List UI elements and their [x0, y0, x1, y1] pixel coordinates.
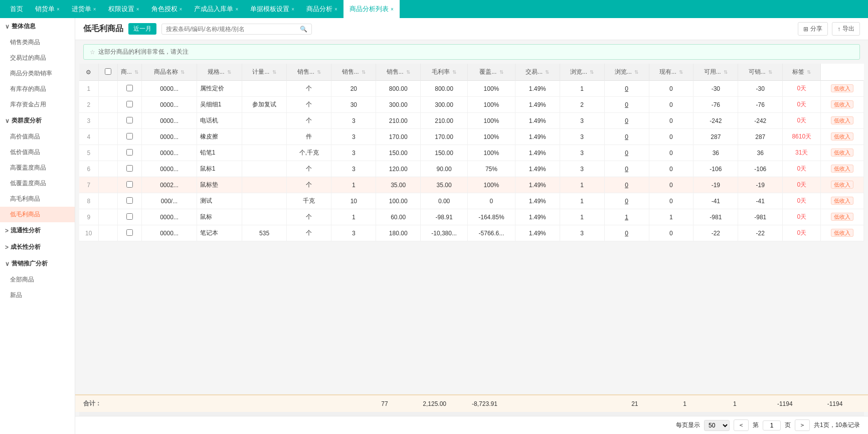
sidebar-group-marketing[interactable]: ∨ 营销推广分析	[0, 255, 75, 272]
nav-role-auth[interactable]: 角色授权 ×	[145, 0, 189, 18]
sidebar-item-low-value[interactable]: 低价值商品	[0, 144, 75, 160]
cell-transaction: 3	[560, 113, 604, 129]
cell-coverage: 1.49%	[515, 113, 560, 129]
cell-transaction: 1	[560, 177, 604, 193]
cell-sales-amount: 35.00	[421, 177, 468, 193]
row-checkbox[interactable]	[126, 181, 133, 188]
horizontal-scrollbar[interactable]	[79, 412, 864, 416]
cell-saleable: 31天	[783, 145, 821, 161]
column-view1[interactable]: 浏览... ⇅	[560, 64, 604, 81]
nav-product-analysis[interactable]: 商品分析 ×	[300, 0, 343, 18]
sidebar-item-inventory-capital[interactable]: 库存资金占用	[0, 97, 75, 112]
close-icon[interactable]: ×	[235, 7, 238, 12]
cell-unit: 个	[287, 225, 331, 241]
row-checkbox[interactable]	[126, 213, 133, 220]
sidebar-item-low-coverage[interactable]: 低覆盖度商品	[0, 176, 75, 191]
close-icon[interactable]: ×	[334, 7, 337, 12]
sidebar-item-low-margin[interactable]: 低毛利商品	[0, 207, 75, 222]
column-coverage[interactable]: 覆盖... ⇅	[468, 64, 515, 81]
sidebar-item-all-products[interactable]: 全部商品	[0, 272, 75, 287]
cell-gross-margin: 100%	[468, 145, 515, 161]
chevron-right-icon: >	[5, 244, 9, 251]
column-available[interactable]: 可用... ⇅	[693, 64, 738, 81]
per-page-select[interactable]: 50 100 200	[704, 420, 730, 431]
page-number-input[interactable]	[763, 420, 781, 430]
cell-view1[interactable]: 1	[604, 209, 649, 225]
column-sales-amount[interactable]: 销售... ⇅	[376, 64, 421, 81]
sidebar: ∨ 整体信息 销售类商品 交易过的商品 商品分类助销率 有库存的商品 库存资金占…	[0, 18, 75, 434]
row-checkbox[interactable]	[126, 229, 133, 236]
row-checkbox[interactable]	[126, 133, 133, 139]
nav-home[interactable]: 首页	[4, 0, 29, 18]
nav-permission-settings[interactable]: 权限设置 ×	[102, 0, 145, 18]
sidebar-group-growth[interactable]: > 成长性分析	[0, 239, 75, 255]
column-sales-qty[interactable]: 销售... ⇅	[287, 64, 331, 81]
close-icon[interactable]: ×	[136, 7, 139, 12]
sort-icon: ⇅	[134, 69, 138, 75]
nav-product-entry[interactable]: 产成品入库单 ×	[188, 0, 244, 18]
row-checkbox[interactable]	[126, 197, 133, 204]
sidebar-item-high-margin[interactable]: 高毛利商品	[0, 191, 75, 207]
cell-row-number: 2	[79, 97, 98, 113]
sidebar-item-sales-products[interactable]: 销售类商品	[0, 35, 75, 50]
sidebar-item-category-rate[interactable]: 商品分类助销率	[0, 66, 75, 81]
export-button[interactable]: ↑ 导出	[832, 22, 860, 36]
row-checkbox[interactable]	[126, 149, 133, 156]
cell-spec	[242, 129, 287, 145]
close-icon[interactable]: ×	[291, 7, 294, 12]
row-checkbox[interactable]	[126, 85, 133, 91]
cell-transaction: 3	[560, 161, 604, 177]
cell-coverage: 1.49%	[515, 177, 560, 193]
close-icon[interactable]: ×	[180, 7, 183, 12]
cell-settings	[98, 145, 117, 161]
prev-page-button[interactable]: ＜	[734, 419, 749, 431]
row-checkbox[interactable]	[126, 101, 133, 107]
share-button[interactable]: ⊞ 分享	[798, 22, 828, 36]
column-code[interactable]: 商... ⇅	[117, 64, 141, 81]
column-transaction[interactable]: 交易... ⇅	[515, 64, 560, 81]
sidebar-item-new-products[interactable]: 新品	[0, 287, 75, 303]
nav-purchase-order[interactable]: 进货单 ×	[66, 0, 102, 18]
column-sales-price[interactable]: 销售... ⇅	[331, 64, 376, 81]
cell-coverage: 1.49%	[515, 97, 560, 113]
sidebar-group-overall[interactable]: ∨ 整体信息	[0, 18, 75, 35]
cell-sales-qty: 3	[331, 113, 376, 129]
sidebar-item-high-value[interactable]: 高价值商品	[0, 129, 75, 144]
sidebar-item-stocked-products[interactable]: 有库存的商品	[0, 81, 75, 97]
close-icon[interactable]: ×	[391, 7, 394, 12]
column-gross-margin[interactable]: 毛利率 ⇅	[421, 64, 468, 81]
cell-code: 0002...	[142, 177, 197, 193]
cell-tag: 低收入	[821, 129, 864, 145]
search-input[interactable]	[166, 26, 300, 33]
nav-sales-order[interactable]: 销货单 ×	[29, 0, 66, 18]
sidebar-group-flow[interactable]: > 流通性分析	[0, 222, 75, 239]
time-filter-button[interactable]: 近一月	[128, 23, 156, 35]
select-all-checkbox[interactable]	[105, 68, 111, 75]
sort-icon: ⇅	[634, 69, 638, 75]
column-unit[interactable]: 计量... ⇅	[242, 64, 287, 81]
nav-product-analysis-list[interactable]: 商品分析列表 ×	[343, 0, 400, 18]
column-settings[interactable]: ⚙	[79, 64, 98, 81]
page-label: 第	[753, 421, 759, 429]
column-spec[interactable]: 规格... ⇅	[197, 64, 242, 81]
column-tag[interactable]: 标签 ⇅	[783, 64, 821, 81]
row-checkbox[interactable]	[126, 117, 133, 123]
cell-transaction: 3	[560, 129, 604, 145]
column-view2[interactable]: 浏览... ⇅	[604, 64, 649, 81]
next-page-button[interactable]: ＞	[795, 419, 810, 431]
column-saleable[interactable]: 可销... ⇅	[738, 64, 783, 81]
cell-settings	[98, 81, 117, 97]
column-current[interactable]: 现有... ⇅	[649, 64, 693, 81]
row-checkbox[interactable]	[126, 165, 133, 172]
close-icon[interactable]: ×	[93, 7, 96, 12]
cell-view2: 0	[649, 81, 693, 97]
nav-template-settings[interactable]: 单据模板设置 ×	[244, 0, 300, 18]
close-icon[interactable]: ×	[57, 7, 60, 12]
cell-spec	[242, 177, 287, 193]
sidebar-item-high-coverage[interactable]: 高覆盖度商品	[0, 160, 75, 176]
footer-view2: 1	[710, 400, 760, 407]
sidebar-group-cluster[interactable]: ∨ 类群度分析	[0, 112, 75, 129]
sidebar-item-traded-products[interactable]: 交易过的商品	[0, 50, 75, 66]
cell-saleable: 8610天	[783, 129, 821, 145]
column-name[interactable]: 商品名称 ⇅	[142, 64, 197, 81]
